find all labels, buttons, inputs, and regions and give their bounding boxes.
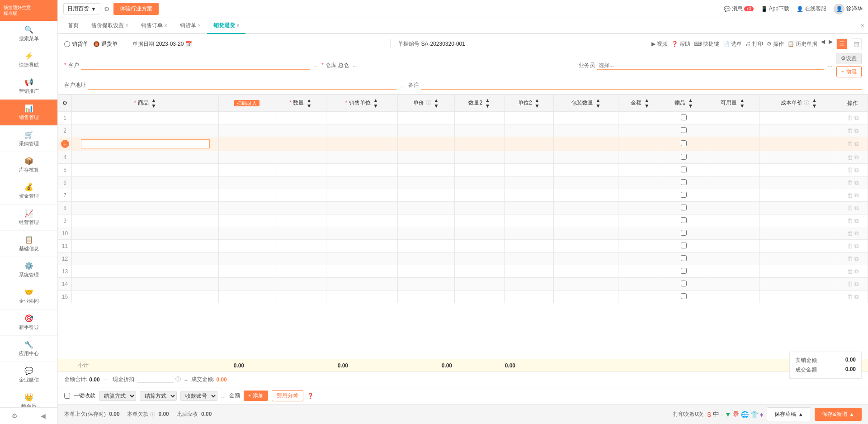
gift-cell[interactable] bbox=[662, 164, 706, 176]
price-cell[interactable] bbox=[397, 214, 454, 227]
gift-cell[interactable] bbox=[662, 214, 706, 227]
available-cell[interactable] bbox=[706, 278, 760, 291]
available-cell[interactable] bbox=[706, 202, 760, 214]
copy-icon[interactable]: ⧉ bbox=[854, 205, 859, 211]
delete-icon[interactable]: 🗑 bbox=[847, 154, 853, 161]
qty-cell[interactable] bbox=[275, 112, 326, 124]
copy-icon[interactable]: ⧉ bbox=[854, 140, 859, 147]
qty2-cell[interactable] bbox=[455, 164, 505, 176]
pack-cell[interactable] bbox=[554, 227, 618, 240]
product-cell[interactable] bbox=[72, 189, 219, 202]
product-cell[interactable] bbox=[72, 291, 219, 303]
gift-cell[interactable] bbox=[662, 176, 706, 189]
save-new-button[interactable]: 保存&新增 ▲ bbox=[815, 408, 862, 421]
qty-cell[interactable] bbox=[275, 124, 326, 137]
delete-icon[interactable]: 🗑 bbox=[847, 281, 853, 287]
sidebar-item-finance[interactable]: 💰 资金管理 bbox=[0, 178, 57, 205]
scan-cell[interactable] bbox=[219, 265, 275, 278]
calendar-icon[interactable]: 📅 bbox=[185, 41, 192, 47]
add-payment-button[interactable]: + 添加 bbox=[244, 391, 268, 401]
available-cell[interactable] bbox=[706, 252, 760, 265]
gift-cell[interactable] bbox=[662, 291, 706, 303]
qty-cell[interactable] bbox=[275, 227, 326, 240]
scan-cell[interactable] bbox=[219, 124, 275, 137]
settings-bottom-icon[interactable]: ⚙ bbox=[12, 412, 18, 419]
product-cell[interactable] bbox=[72, 137, 219, 151]
unit2-cell[interactable] bbox=[504, 252, 554, 265]
cost-cell[interactable] bbox=[760, 137, 838, 151]
pack-cell[interactable] bbox=[554, 124, 618, 137]
sidebar-item-app-center[interactable]: 🔧 应用中心 bbox=[0, 336, 57, 362]
product-cell[interactable] bbox=[72, 278, 219, 291]
scan-btn[interactable]: 扫码录入 bbox=[234, 100, 259, 106]
discount-input[interactable] bbox=[137, 376, 174, 383]
sort-icon[interactable]: ▲▼ bbox=[434, 98, 439, 109]
cost-cell[interactable] bbox=[760, 265, 838, 278]
sort-icon[interactable]: ▲▼ bbox=[307, 98, 312, 109]
price-cell[interactable] bbox=[397, 291, 454, 303]
unit2-cell[interactable] bbox=[504, 189, 554, 202]
gift-checkbox[interactable] bbox=[681, 217, 687, 223]
cost-cell[interactable] bbox=[760, 176, 838, 189]
sidebar-item-guide[interactable]: 🎯 新手引导 bbox=[0, 310, 57, 336]
sidebar-item-operations[interactable]: 📈 经营管理 bbox=[0, 205, 57, 231]
add-logistics-button[interactable]: + 物流 bbox=[836, 66, 862, 77]
unit2-cell[interactable] bbox=[504, 164, 554, 176]
available-cell[interactable] bbox=[706, 112, 760, 124]
radio-return-input[interactable] bbox=[94, 41, 99, 47]
gift-cell[interactable] bbox=[662, 151, 706, 164]
unit2-cell[interactable] bbox=[504, 291, 554, 303]
unit2-cell[interactable] bbox=[504, 227, 554, 240]
print-btn[interactable]: 🖨 打印 bbox=[745, 38, 763, 49]
delete-icon[interactable]: 🗑 bbox=[847, 192, 853, 199]
available-cell[interactable] bbox=[706, 240, 760, 252]
cost-cell[interactable] bbox=[760, 278, 838, 291]
sort-icon[interactable]: ▲▼ bbox=[373, 98, 378, 109]
qty-cell[interactable] bbox=[275, 214, 326, 227]
scan-cell[interactable] bbox=[219, 240, 275, 252]
daily-select[interactable]: 日用百货 ▼ bbox=[63, 3, 100, 14]
gift-cell[interactable] bbox=[662, 124, 706, 137]
select-btn[interactable]: 📄 选单 bbox=[723, 38, 742, 49]
pack-cell[interactable] bbox=[554, 202, 618, 214]
available-cell[interactable] bbox=[706, 227, 760, 240]
price-cell[interactable] bbox=[397, 202, 454, 214]
available-cell[interactable] bbox=[706, 176, 760, 189]
next-record-icon[interactable]: ▶ bbox=[829, 38, 833, 49]
grid-view-btn[interactable]: ▦ bbox=[851, 38, 862, 49]
product-cell[interactable] bbox=[72, 112, 219, 124]
price-cell[interactable] bbox=[397, 164, 454, 176]
sort-icon[interactable]: ▲▼ bbox=[485, 98, 490, 109]
save-draft-button[interactable]: 保存草稿 ▲ bbox=[767, 407, 811, 421]
price-cell[interactable] bbox=[397, 124, 454, 137]
gift-cell[interactable] bbox=[662, 278, 706, 291]
tab-close-icon[interactable]: × bbox=[198, 23, 201, 28]
help-btn[interactable]: ❓ 帮助 bbox=[671, 38, 690, 49]
unit-cell[interactable] bbox=[326, 176, 397, 189]
copy-icon[interactable]: ⧉ bbox=[854, 281, 859, 287]
sidebar-item-marketing[interactable]: 📢 营销推广 bbox=[0, 73, 57, 100]
fee-help-icon[interactable]: ❓ bbox=[307, 393, 314, 399]
message-action[interactable]: 💬 消息 70 bbox=[724, 5, 754, 13]
qty-cell[interactable] bbox=[275, 291, 326, 303]
scan-cell[interactable] bbox=[219, 202, 275, 214]
scan-cell[interactable] bbox=[219, 227, 275, 240]
sidebar-item-member[interactable]: 👑 畅会员 bbox=[0, 388, 57, 407]
qty2-cell[interactable] bbox=[455, 214, 505, 227]
product-cell[interactable] bbox=[72, 202, 219, 214]
gift-checkbox[interactable] bbox=[681, 192, 687, 198]
product-cell[interactable] bbox=[72, 265, 219, 278]
sidebar-item-purchase[interactable]: 🛒 采购管理 bbox=[0, 126, 57, 152]
gift-checkbox[interactable] bbox=[681, 243, 687, 248]
copy-icon[interactable]: ⧉ bbox=[854, 230, 859, 237]
qty-cell[interactable] bbox=[275, 240, 326, 252]
delete-icon[interactable]: 🗑 bbox=[847, 179, 853, 186]
cost-cell[interactable] bbox=[760, 214, 838, 227]
amount-cell[interactable] bbox=[618, 265, 662, 278]
account-dots-btn[interactable]: ... bbox=[221, 393, 226, 399]
unit-cell[interactable] bbox=[326, 112, 397, 124]
unit-cell[interactable] bbox=[326, 214, 397, 227]
qty2-cell[interactable] bbox=[455, 124, 505, 137]
amount-cell[interactable] bbox=[618, 189, 662, 202]
qty2-cell[interactable] bbox=[455, 151, 505, 164]
